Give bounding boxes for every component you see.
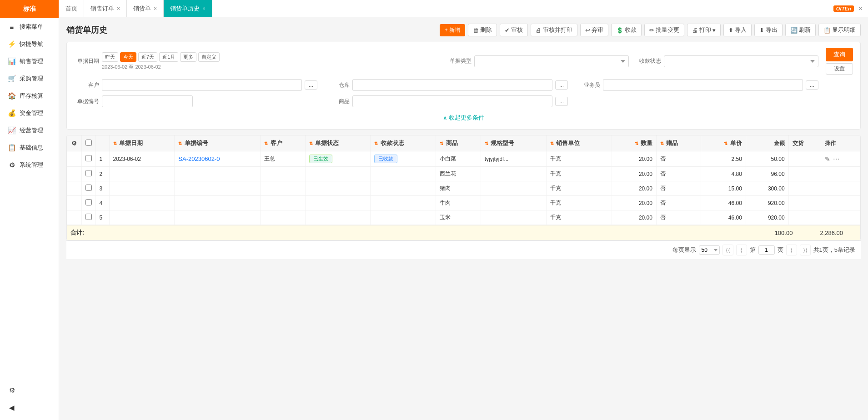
td-check-2[interactable] [81,181,95,196]
row-checkbox-1[interactable] [85,170,92,176]
td-docno-0[interactable]: SA-20230602-0 [175,151,261,167]
td-check-0[interactable] [81,151,95,167]
edit-btn-0[interactable]: ✎ [825,155,830,163]
tab-sales-order-close[interactable]: × [117,5,120,12]
tab-sales-history[interactable]: 销货单历史 × [164,0,212,17]
td-check-1[interactable] [81,167,95,181]
sidebar-item-purchase-mgmt[interactable]: 🛒 采购管理 [0,70,59,87]
import-button[interactable]: ⬆ 导入 [723,24,752,36]
th-gear[interactable]: ⚙ [67,135,81,151]
sidebar-item-search-menu[interactable]: ≡ 搜索菜单 [0,18,59,35]
td-gift-0: 否 [656,151,701,167]
date-btn-custom[interactable]: 自定义 [198,52,220,62]
query-button[interactable]: 查询 [826,48,853,61]
sidebar-item-sales-mgmt[interactable]: 📊 销售管理 [0,53,59,70]
th-unit[interactable]: ⇅ 销售单位 [546,135,612,151]
th-date[interactable]: ⇅ 单据日期 [109,135,175,151]
th-doc-status[interactable]: ⇅ 单据状态 [305,135,371,151]
close-window-btn[interactable]: × [858,5,863,13]
warehouse-input[interactable] [352,79,552,91]
last-page-btn[interactable]: ⟩⟩ [800,245,811,255]
row-checkbox-2[interactable] [85,185,92,191]
date-btn-more[interactable]: 更多 [180,52,196,62]
sidebar-collapse-btn[interactable]: ◀ [0,399,59,416]
tab-sales-goods-close[interactable]: × [154,5,157,12]
td-unit-0: 千克 [546,151,612,167]
row-checkbox-3[interactable] [85,199,92,205]
sidebar-item-stock-calc[interactable]: 🏠 库存核算 [0,87,59,105]
th-amount: 金额 [746,135,788,151]
td-spec-1 [481,167,546,181]
prev-page-btn[interactable]: ⟨ [736,245,747,255]
show-detail-button[interactable]: 📋 显示明细 [818,24,861,36]
collect-button[interactable]: 💲 收款 [611,24,642,36]
date-btn-yesterday[interactable]: 昨天 [102,52,118,62]
new-button[interactable]: + 新增 [440,24,465,36]
td-docno-1[interactable] [175,167,261,181]
td-check-3[interactable] [81,196,95,210]
collect-status-select[interactable] [664,55,818,67]
next-page-btn[interactable]: ⟩ [786,245,797,255]
filter-goods: 商品 ... [325,95,568,107]
row-checkbox-0[interactable] [85,155,92,161]
tab-sales-order[interactable]: 销售订单 × [84,0,127,17]
td-check-4[interactable] [81,210,95,225]
abandon-button[interactable]: ↩ 弃审 [580,24,608,36]
sidebar-item-quick-nav[interactable]: ⚡ 快捷导航 [0,35,59,53]
th-check[interactable] [81,135,95,151]
th-qty[interactable]: ⇅ 数量 [612,135,656,151]
goods-ellipsis-btn[interactable]: ... [555,97,568,106]
sidebar-item-finance-mgmt[interactable]: 💰 资金管理 [0,105,59,122]
collect-status-label: 收款状态 [636,57,661,65]
select-all-checkbox[interactable] [85,140,92,146]
audit-button[interactable]: ✔ 审核 [500,24,528,36]
salesperson-input[interactable] [603,79,803,91]
th-price[interactable]: ⇅ 单价 [701,135,746,151]
audit-print-button[interactable]: 🖨 审核并打印 [531,24,577,36]
th-gift[interactable]: ⇅ 赠品 [656,135,701,151]
tab-home[interactable]: 首页 [59,0,84,17]
delete-button[interactable]: 🗑 删除 [468,24,497,36]
doc-type-select[interactable] [474,55,629,67]
sort-docstatus-icon: ⇅ [309,141,313,146]
sidebar-bottom-settings[interactable]: ⚙ [0,382,59,399]
th-goods[interactable]: ⇅ 商品 [436,135,481,151]
th-spec[interactable]: ⇅ 规格型号 [481,135,546,151]
collapse-up-icon: ∧ [443,115,447,121]
td-docno-2[interactable] [175,181,261,196]
warehouse-ellipsis-btn[interactable]: ... [555,80,568,90]
export-button[interactable]: ⬇ 导出 [754,24,783,36]
th-collect-status[interactable]: ⇅ 收款状态 [371,135,436,151]
date-btn-7days[interactable]: 近7天 [138,52,157,62]
tab-sales-goods[interactable]: 销货单 × [127,0,164,17]
per-page-select[interactable]: 50 20 100 [699,245,720,255]
sidebar-item-sys-mgmt[interactable]: ⚙ 系统管理 [0,156,59,174]
customer-ellipsis-btn[interactable]: ... [305,80,317,90]
batch-change-button[interactable]: ✏ 批量变更 [644,24,684,36]
sidebar-item-ops-mgmt[interactable]: 📈 经营管理 [0,122,59,139]
salesperson-ellipsis-btn[interactable]: ... [806,80,818,90]
print-button[interactable]: 🖨 打印 ▾ [687,24,721,36]
doc-no-input[interactable] [102,95,193,107]
refresh-button[interactable]: 🔄 刷新 [785,24,816,36]
more-btn-0[interactable]: ⋯ [833,155,839,163]
row-checkbox-4[interactable] [85,214,92,220]
filter-row-3: 单据编号 商品 ... [74,95,853,107]
date-btn-1month[interactable]: 近1月 [159,52,178,62]
sort-qty-icon: ⇅ [635,141,638,146]
td-date-2 [109,181,175,196]
first-page-btn[interactable]: ⟨⟨ [722,245,733,255]
th-doc-no[interactable]: ⇅ 单据编号 [175,135,261,151]
customer-input[interactable] [102,79,302,91]
page-number-input[interactable] [758,245,775,255]
collapse-filter-btn[interactable]: ∧ 收起更多条件 [74,112,853,124]
td-docno-3[interactable] [175,196,261,210]
tab-sales-history-close[interactable]: × [202,5,206,12]
th-customer[interactable]: ⇅ 客户 [261,135,305,151]
td-docno-4[interactable] [175,210,261,225]
td-action-3 [821,196,860,210]
goods-input[interactable] [352,95,552,107]
setting-button[interactable]: 设置 [826,63,853,75]
date-btn-today[interactable]: 今天 [120,52,136,62]
sidebar-item-basic-info[interactable]: 📋 基础信息 [0,139,59,156]
